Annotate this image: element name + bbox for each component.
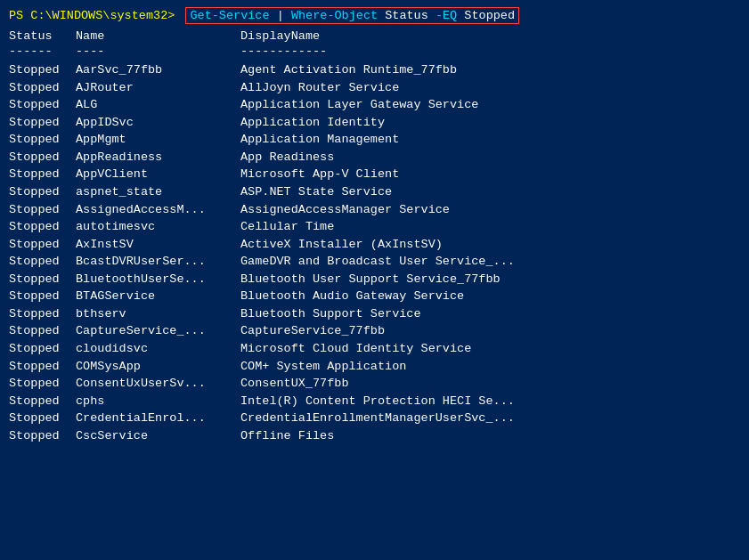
cell-display: GameDVR and Broadcast User Service_... [240, 253, 740, 271]
cell-name: AppMgmt [76, 131, 240, 149]
cell-name: COMSysApp [76, 358, 240, 376]
cell-display: Application Identity [240, 114, 740, 132]
table-row: StoppedCOMSysAppCOM+ System Application [9, 358, 740, 376]
table-row: Stoppedaspnet_stateASP.NET State Service [9, 183, 740, 201]
cell-status: Stopped [9, 393, 76, 410]
table-row: StoppedcloudidsvcMicrosoft Cloud Identit… [9, 340, 740, 358]
cell-name: CredentialEnrol... [76, 410, 240, 427]
cell-name: ALG [76, 96, 240, 114]
table-row: StoppedAJRouterAllJoyn Router Service [9, 79, 740, 97]
cell-display: Intel(R) Content Protection HECI Se... [240, 393, 740, 410]
cell-status: Stopped [9, 183, 76, 201]
cell-display: AllJoyn Router Service [240, 79, 740, 97]
cell-status: Stopped [9, 201, 76, 219]
table-row: StoppedBTAGServiceBluetooth Audio Gatewa… [9, 288, 740, 305]
cell-display: Application Layer Gateway Service [240, 96, 740, 114]
header-display: DisplayName [240, 29, 740, 43]
cell-display: ASP.NET State Service [240, 183, 740, 201]
cell-status: Stopped [9, 288, 76, 305]
table-row: StoppedBluetoothUserSe...Bluetooth User … [9, 271, 740, 288]
cell-name: cloudidsvc [76, 340, 240, 358]
cell-status: Stopped [9, 322, 76, 340]
table-row: StoppedAssignedAccessM...AssignedAccessM… [9, 201, 740, 219]
cell-name: AxInstSV [76, 236, 240, 254]
cell-name: BluetoothUserSe... [76, 271, 240, 288]
cell-status: Stopped [9, 61, 76, 79]
prompt-line: PS C:\WINDOWS\system32> Get-Service | Wh… [9, 7, 740, 24]
command-get-service: Get-Service [190, 9, 269, 22]
cell-status: Stopped [9, 358, 76, 376]
cell-status: Stopped [9, 218, 76, 236]
cell-display: Agent Activation Runtime_77fbb [240, 61, 740, 79]
cell-status: Stopped [9, 253, 76, 271]
cell-name: aspnet_state [76, 183, 240, 201]
cell-display: Bluetooth Support Service [240, 305, 740, 323]
cell-display: ActiveX Installer (AxInstSV) [240, 236, 740, 254]
cell-name: AppIDSvc [76, 114, 240, 132]
sep-display: ------------ [240, 45, 740, 58]
table-row: StoppedautotimesvcCellular Time [9, 218, 740, 236]
terminal-window: PS C:\WINDOWS\system32> Get-Service | Wh… [9, 7, 740, 444]
cell-status: Stopped [9, 375, 76, 393]
cell-name: ConsentUxUserSv... [76, 375, 240, 393]
cell-display: App Readiness [240, 149, 740, 166]
table-row: StoppedConsentUxUserSv...ConsentUX_77fbb [9, 375, 740, 393]
cell-display: Microsoft App-V Client [240, 166, 740, 183]
table-row: StoppedcphsIntel(R) Content Protection H… [9, 393, 740, 410]
command-where-object: Where-Object [291, 9, 378, 22]
cell-display: Cellular Time [240, 218, 740, 236]
cell-status: Stopped [9, 305, 76, 323]
cell-name: BTAGService [76, 288, 240, 305]
cell-name: cphs [76, 393, 240, 410]
cell-display: Bluetooth User Support Service_77fbb [240, 271, 740, 288]
table-row: StoppedCredentialEnrol...CredentialEnrol… [9, 410, 740, 427]
cell-display: Microsoft Cloud Identity Service [240, 340, 740, 358]
cell-display: AssignedAccessManager Service [240, 201, 740, 219]
cell-status: Stopped [9, 114, 76, 132]
command-status: Status [378, 9, 436, 22]
cell-display: CaptureService_77fbb [240, 322, 740, 340]
cell-status: Stopped [9, 149, 76, 166]
table-row: StoppedAarSvc_77fbbAgent Activation Runt… [9, 61, 740, 79]
table-row: StoppedCaptureService_...CaptureService_… [9, 322, 740, 340]
cell-status: Stopped [9, 427, 76, 445]
table-row: StoppedAppVClientMicrosoft App-V Client [9, 166, 740, 183]
cell-display: Bluetooth Audio Gateway Service [240, 288, 740, 305]
cell-name: AarSvc_77fbb [76, 61, 240, 79]
table-row: StoppedALGApplication Layer Gateway Serv… [9, 96, 740, 114]
cell-display: Application Management [240, 131, 740, 149]
cell-status: Stopped [9, 79, 76, 97]
cell-display: CredentialEnrollmentManagerUserSvc_... [240, 410, 740, 427]
table-row: StoppedbthservBluetooth Support Service [9, 305, 740, 323]
prompt-path: PS C:\WINDOWS\system32> [9, 9, 175, 22]
header-status: Status [9, 29, 76, 43]
cell-status: Stopped [9, 131, 76, 149]
cell-name: CscService [76, 427, 240, 445]
sep-status: ------ [9, 45, 76, 58]
table-row: StoppedCscServiceOffline Files [9, 427, 740, 445]
command-box: Get-Service | Where-Object Status -EQ St… [185, 7, 519, 24]
command-pipe: | [270, 9, 291, 22]
table-header: Status Name DisplayName [9, 29, 740, 43]
table-row: StoppedAppMgmtApplication Management [9, 131, 740, 149]
cell-name: AssignedAccessM... [76, 201, 240, 219]
cell-status: Stopped [9, 410, 76, 427]
command-stopped: Stopped [457, 9, 515, 22]
command-eq: -EQ [436, 9, 457, 22]
prompt-gt [175, 9, 182, 22]
cell-name: bthserv [76, 305, 240, 323]
header-name: Name [76, 29, 240, 43]
cell-status: Stopped [9, 166, 76, 183]
table-row: StoppedAppIDSvcApplication Identity [9, 114, 740, 132]
sep-name: ---- [76, 45, 240, 58]
table-row: StoppedBcastDVRUserSer...GameDVR and Bro… [9, 253, 740, 271]
cell-status: Stopped [9, 271, 76, 288]
cell-display: COM+ System Application [240, 358, 740, 376]
cell-name: CaptureService_... [76, 322, 240, 340]
table-row: StoppedAxInstSVActiveX Installer (AxInst… [9, 236, 740, 254]
table-body: StoppedAarSvc_77fbbAgent Activation Runt… [9, 61, 740, 444]
cell-display: ConsentUX_77fbb [240, 375, 740, 393]
table-row: StoppedAppReadinessApp Readiness [9, 149, 740, 166]
cell-display: Offline Files [240, 427, 740, 445]
cell-name: autotimesvc [76, 218, 240, 236]
